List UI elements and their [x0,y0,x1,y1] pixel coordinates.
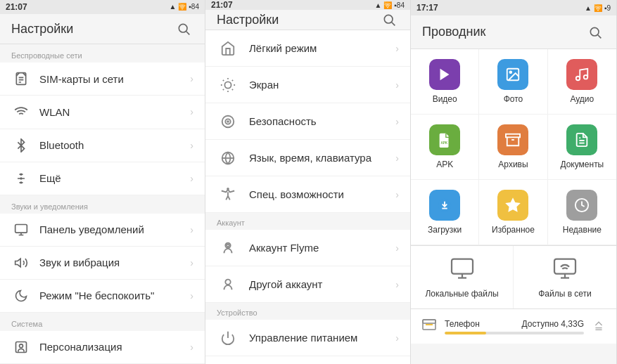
video-icon [429,59,460,90]
audio-icon [566,59,597,90]
svg-marker-38 [506,197,521,212]
personalize-arrow-icon: › [190,342,193,353]
security-arrow-icon: › [395,116,399,127]
home-icon [217,37,239,60]
section-wireless: Беспроводные сети [0,44,205,63]
file-category-audio[interactable]: Аудио [548,49,616,115]
storage-device-icon [421,316,438,337]
local-files-label: Локальные файлы [425,289,498,299]
svg-rect-40 [452,259,473,274]
right-status-bar: 17:17 ▲ 🛜 ▪9 [411,0,616,15]
item-sound-label: Звук и вибрация [39,256,190,268]
item-flyme-label: Аккаунт Flyme [249,242,395,254]
file-category-archive[interactable]: Архивы [479,115,547,180]
left-status-icons: ▲ 🛜 ▪84 [169,3,199,11]
item-notifications[interactable]: Панель уведомлений › [0,214,205,247]
svg-point-29 [576,77,580,81]
storage-section: Телефон Доступно 4,33G [411,309,616,344]
screen-arrow-icon: › [395,79,399,91]
item-power[interactable]: Управление питанием › [205,320,410,356]
file-category-download[interactable]: Загрузки [411,180,479,245]
item-other-account-label: Другой аккаунт [249,278,395,290]
item-language-label: Язык, время, клавиатура [249,152,395,164]
item-more-label: Ещё [39,172,190,184]
language-icon [217,147,239,169]
download-label: Загрузки [428,225,462,235]
svg-point-18 [227,188,229,189]
network-files-item[interactable]: Файлы в сети [514,246,616,308]
more-icon [11,169,31,188]
notifications-icon [11,220,31,240]
eject-icon[interactable] [591,317,606,336]
item-security-label: Безопасность [249,115,395,127]
wlan-arrow-icon: › [190,106,193,117]
item-other-account[interactable]: Другой аккаунт › [205,266,410,303]
item-dnd-label: Режим "Не беспокоить" [39,290,190,301]
item-screen-label: Экран [249,79,395,91]
wifi-status-icon: 🛜 [178,3,186,11]
left-status-bar: 21:07 ▲ 🛜 ▪84 [0,0,205,14]
file-category-video[interactable]: Видео [411,49,479,115]
recent-label: Недавние [563,225,602,235]
sim-icon [11,69,31,89]
file-category-photo[interactable]: Фото [479,49,547,115]
photo-label: Фото [504,94,523,104]
archive-icon [497,124,528,155]
item-flyme[interactable]: Аккаунт Flyme › [205,230,410,266]
notifications-arrow-icon: › [190,224,193,235]
item-sim[interactable]: SIM-карты и сети › [0,63,205,96]
item-lite-mode[interactable]: Лёгкий режим › [205,30,410,67]
file-category-recent[interactable]: Недавние [548,180,616,245]
item-sound[interactable]: Звук и вибрация › [0,247,205,280]
mid-signal-icon: ▲ [374,1,381,9]
item-power-label: Управление питанием [249,332,395,344]
accessibility-arrow-icon: › [395,189,399,200]
sound-arrow-icon: › [190,257,193,268]
sound-icon [11,253,31,273]
item-lite-label: Лёгкий режим [249,42,395,54]
screen-icon [217,74,239,96]
svg-line-1 [186,32,190,35]
left-header: Настройки [0,14,205,44]
svg-point-9 [20,344,23,348]
item-wlan-label: WLAN [39,106,190,118]
network-files-label: Файлы в сети [538,289,592,299]
mid-search-button[interactable] [379,10,399,30]
item-bluetooth[interactable]: Bluetooth › [0,129,205,162]
item-location[interactable]: Местоположение › [205,356,410,364]
file-category-favorite[interactable]: Избранное [479,180,547,245]
right-title: Проводник [422,25,485,39]
svg-line-11 [392,22,395,26]
item-donotdisturb[interactable]: Режим "Не беспокоить" › [0,280,205,313]
svg-point-10 [384,15,393,23]
right-search-button[interactable] [585,22,605,42]
svg-point-0 [179,24,187,32]
storage-bar [445,332,584,334]
right-wifi-icon: 🛜 [594,4,602,12]
item-security[interactable]: Безопасность › [205,103,410,140]
item-screen[interactable]: Экран › [205,67,410,103]
favorite-icon [497,190,528,221]
item-sim-label: SIM-карты и сети [39,73,190,85]
photo-icon [497,59,528,90]
item-personalize[interactable]: Персонализация › [0,331,205,364]
svg-marker-7 [15,259,21,267]
more-arrow-icon: › [190,173,193,184]
right-signal-icon: ▲ [585,4,592,12]
item-more[interactable]: Ещё › [0,162,205,195]
left-title: Настройки [11,22,73,37]
file-category-apk[interactable]: APK APK [411,115,479,180]
local-files-item[interactable]: Локальные файлы [411,246,514,308]
storage-fill [445,332,486,334]
mid-wifi-icon: 🛜 [383,1,392,9]
svg-text:APK: APK [441,141,448,145]
item-language[interactable]: Язык, время, клавиатура › [205,140,410,176]
right-panel: 17:17 ▲ 🛜 ▪9 Проводник Видео [411,0,617,364]
left-search-button[interactable] [174,19,193,39]
item-wlan[interactable]: WLAN › [0,96,205,129]
right-header: Проводник [411,15,616,49]
item-accessibility[interactable]: Спец. возможности › [205,176,410,213]
file-category-document[interactable]: Документы [548,115,616,180]
language-arrow-icon: › [395,152,399,164]
flyme-arrow-icon: › [395,242,399,254]
